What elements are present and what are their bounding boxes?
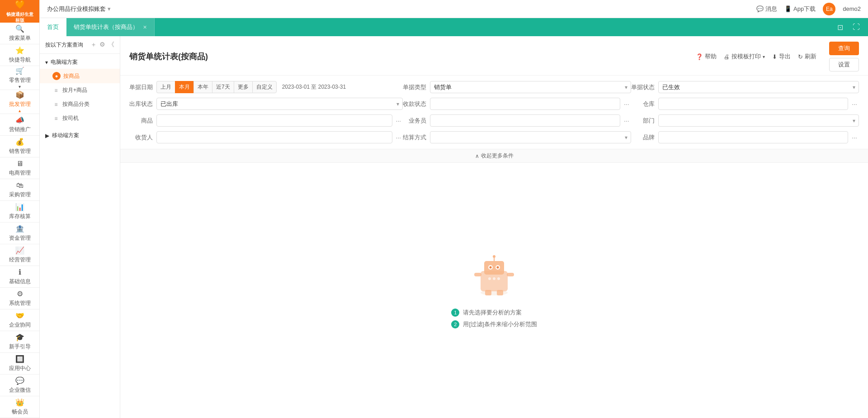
salesman-label: 业务员	[403, 117, 430, 125]
doctype-select[interactable]: 销货单	[430, 81, 631, 93]
date-tab-7days[interactable]: 近7天	[212, 81, 234, 93]
payment-select[interactable]	[430, 131, 631, 143]
dept-select-wrapper	[658, 114, 859, 127]
app-download-label: App下载	[793, 5, 816, 13]
sidebar-purchase-label: 采购管理	[9, 191, 31, 199]
sidebar-item-quicknav[interactable]: ⭐ 快捷导航	[0, 44, 39, 66]
warehouse-control: ···	[658, 98, 859, 110]
goods-dots-button[interactable]: ···	[394, 117, 403, 124]
date-tab-more[interactable]: 更多	[234, 81, 252, 93]
scheme-add-button[interactable]: ＋	[90, 41, 97, 49]
export-link[interactable]: ⬇ 导出	[772, 52, 791, 61]
salesman-input[interactable]	[430, 114, 620, 127]
date-tab-this-year[interactable]: 本年	[193, 81, 212, 93]
app-logo[interactable]: 🧡 畅捷通好生意 标版	[0, 0, 39, 23]
app-download-link[interactable]: 📱 App下载	[784, 5, 816, 13]
sidebar-item-marketing[interactable]: 📣 营销推广	[0, 114, 39, 136]
warehouse-dots-button[interactable]: ···	[850, 100, 859, 108]
main-area: 办公用品行业模拟账套 ▾ 💬 消息 📱 App下载 Ea demo2 首页 销货…	[40, 0, 868, 418]
minimize-button[interactable]: ⊡	[834, 21, 846, 33]
sidebar-item-sales[interactable]: 💰 销售管理	[0, 136, 39, 157]
date-label: 单据日期	[129, 83, 156, 91]
logo-line1: 畅捷通好生意	[6, 11, 33, 17]
receiver-dots-button[interactable]: ···	[394, 134, 403, 141]
scheme-item-by-goods[interactable]: ● 按商品	[40, 69, 120, 83]
query-button[interactable]: 查询	[829, 42, 859, 55]
collectstatus-input[interactable]	[430, 98, 620, 110]
sidebar-item-operations[interactable]: 📈 经营管理	[0, 244, 39, 266]
maximize-button[interactable]: ⛶	[850, 21, 863, 33]
warehouse-input[interactable]	[658, 98, 849, 110]
filter-group-brand: 品牌 ···	[631, 131, 859, 143]
collectstatus-label: 收款状态	[403, 100, 430, 108]
collectstatus-dots-button[interactable]: ···	[622, 100, 631, 108]
sidebar-item-ecommerce[interactable]: 🖥 电商管理	[0, 157, 39, 179]
scheme-section-mobile-title[interactable]: ▶ 移动端方案	[40, 129, 120, 142]
sidebar-item-member[interactable]: 👑 畅会员	[0, 396, 39, 418]
docstatus-select[interactable]: 已生效	[658, 81, 859, 93]
user-avatar[interactable]: Ea	[823, 3, 835, 15]
empty-state: 1 请先选择要分析的方案 2 用[过滤]条件来缩小分析范围	[120, 163, 868, 418]
sidebar-inventory-label: 库存核算	[9, 213, 31, 220]
goods-input[interactable]	[156, 114, 392, 127]
svg-rect-10	[507, 273, 514, 276]
sidebar-wholesale-label: 批发管理	[9, 100, 31, 108]
export-icon: ⬇	[772, 53, 777, 60]
right-action-buttons: 查询 设置	[824, 42, 859, 71]
sidebar-item-inventory[interactable]: 📊 库存核算	[0, 201, 39, 223]
print-link[interactable]: 🖨 按模板打印 ▾	[724, 52, 765, 61]
download-icon: 📱	[784, 5, 792, 12]
sidebar-item-enterprise[interactable]: 🤝 企业协同	[0, 309, 39, 331]
filter-row-4: 收货人 ··· 结算方式	[129, 131, 859, 143]
messages-link[interactable]: 💬 消息	[756, 5, 777, 13]
sidebar-item-retail[interactable]: 🛒 零售管理 ▾	[0, 66, 39, 90]
scheme-category-icon: ≡	[52, 101, 60, 108]
scheme-item-by-driver[interactable]: ≡ 按司机	[40, 111, 120, 125]
goods-control: ···	[156, 114, 403, 127]
sidebar-retail-label: 零售管理	[9, 76, 31, 84]
settings-button[interactable]: 设置	[829, 58, 859, 71]
empty-tips: 1 请先选择要分析的方案 2 用[过滤]条件来缩小分析范围	[451, 309, 537, 328]
sidebar-finance-label: 资金管理	[9, 234, 31, 242]
help-link[interactable]: ❓ 帮助	[696, 52, 717, 61]
scheme-item-by-category[interactable]: ≡ 按商品分类	[40, 97, 120, 111]
scheme-section-pc-title[interactable]: ▾ 电脑端方案	[40, 56, 120, 69]
sidebar-item-wechat[interactable]: 💬 企业微信	[0, 375, 39, 396]
tab-home[interactable]: 首页	[40, 18, 66, 36]
sidebar-item-newbie[interactable]: 🎓 新手引导	[0, 331, 39, 353]
scheme-item-by-month-goods[interactable]: ≡ 按月+商品	[40, 83, 120, 97]
scheme-section-mobile: ▶ 移动端方案	[40, 127, 120, 144]
refresh-link[interactable]: ↻ 刷新	[798, 52, 816, 61]
filter-row-1: 单据日期 上月 本月 本年 近7天 更多 自定义 2023-03-01 至 20…	[129, 81, 859, 93]
receiver-input[interactable]	[156, 131, 392, 143]
scheme-settings-button[interactable]: ⚙	[99, 41, 105, 49]
date-tab-this-month[interactable]: 本月	[175, 81, 193, 93]
goods-label: 商品	[129, 117, 156, 125]
empty-tip-1: 1 请先选择要分析的方案	[451, 309, 537, 317]
brand-input[interactable]	[658, 131, 849, 143]
operations-icon: 📈	[15, 246, 24, 255]
dept-select[interactable]	[658, 114, 859, 127]
sidebar-item-system[interactable]: ⚙ 系统管理	[0, 288, 39, 309]
date-tab-custom[interactable]: 自定义	[252, 81, 277, 93]
brand-dots-button[interactable]: ···	[850, 134, 859, 141]
outstatus-select[interactable]: 已出库	[156, 98, 403, 110]
enterprise-icon: 🤝	[15, 311, 24, 320]
collapse-bar[interactable]: ∧ 收起更多条件	[120, 149, 868, 163]
industry-selector[interactable]: 办公用品行业模拟账套 ▾	[47, 5, 111, 13]
tab-current[interactable]: 销货单统计表（按商品） ✕	[66, 18, 155, 36]
sidebar-item-wholesale[interactable]: 📦 批发管理 ▴	[0, 90, 39, 114]
username-label[interactable]: demo2	[843, 5, 861, 12]
sidebar-item-finance[interactable]: 🏦 资金管理	[0, 223, 39, 244]
sidebar-item-purchase[interactable]: 🛍 采购管理	[0, 179, 39, 201]
scheme-collapse-button[interactable]: 《	[108, 41, 114, 49]
sidebar-item-appcenter[interactable]: 🔲 应用中心	[0, 353, 39, 375]
filter-group-dept: 部门	[631, 114, 859, 127]
tab-close-button[interactable]: ✕	[143, 24, 147, 30]
salesman-dots-button[interactable]: ···	[622, 117, 631, 124]
date-tab-last-month[interactable]: 上月	[156, 81, 175, 93]
sidebar-item-basic[interactable]: ℹ 基础信息	[0, 266, 39, 288]
sidebar-item-search[interactable]: 🔍 搜索菜单	[0, 23, 39, 44]
receiver-label: 收货人	[129, 133, 156, 142]
tip-text-1: 请先选择要分析的方案	[463, 309, 522, 317]
